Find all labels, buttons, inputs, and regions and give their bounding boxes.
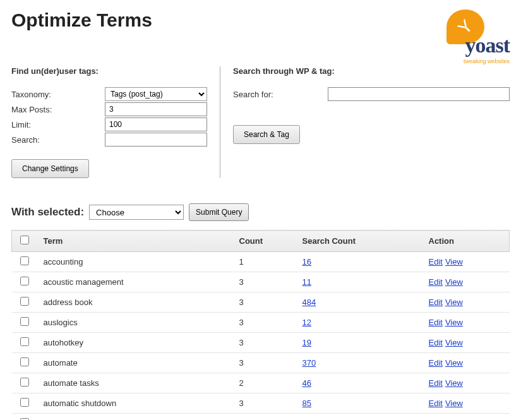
view-link[interactable]: View [445, 277, 463, 287]
table-row: acoustic management311EditView [12, 272, 510, 292]
search-input[interactable] [105, 133, 207, 147]
header-term: Term [37, 231, 233, 252]
edit-link[interactable]: Edit [429, 277, 443, 287]
count-cell: 2 [233, 373, 296, 393]
terms-table: Term Count Search Count Action accountin… [11, 230, 510, 420]
table-row: address book3484EditView [12, 292, 510, 313]
term-cell: automate tasks [37, 373, 233, 393]
taxonomy-select[interactable]: Tags (post_tag) [105, 87, 207, 101]
row-checkbox[interactable] [20, 378, 29, 387]
count-cell: 3 [233, 333, 296, 353]
header-action: Action [422, 231, 510, 252]
count-cell: 3 [233, 393, 296, 414]
edit-link[interactable]: Edit [429, 257, 443, 267]
term-cell: acoustic management [37, 272, 233, 292]
row-checkbox[interactable] [20, 317, 29, 326]
row-checkbox[interactable] [20, 357, 29, 366]
table-row: auslogics312EditView [12, 313, 510, 333]
term-cell: auslogics [37, 313, 233, 333]
page-title: Optimize Terms [11, 9, 152, 31]
term-cell: autohotkey [37, 333, 233, 353]
table-row: autohotkey319EditView [12, 333, 510, 353]
row-checkbox[interactable] [20, 398, 29, 407]
row-checkbox[interactable] [20, 297, 29, 306]
logo-tagline: tweaking websites [464, 58, 510, 64]
term-cell: babylon toolbar [37, 414, 233, 421]
limit-label: Limit: [11, 120, 105, 129]
view-link[interactable]: View [445, 318, 463, 327]
term-cell: automate [37, 353, 233, 373]
taxonomy-label: Taxonomy: [11, 90, 105, 99]
table-row: automate tasks246EditView [12, 373, 510, 393]
search-tag-panel: Search through WP & tag: Search for: Sea… [233, 66, 510, 178]
count-cell: 3 [233, 292, 296, 313]
yoast-logo: Y yoast tweaking websites [405, 9, 510, 66]
table-row: accounting116EditView [12, 252, 510, 272]
find-tags-title: Find un(der)user tags: [11, 66, 207, 76]
view-link[interactable]: View [445, 297, 463, 307]
search-count-link[interactable]: 85 [302, 399, 311, 408]
logo-name: yoast [465, 33, 510, 57]
change-settings-button[interactable]: Change Settings [11, 159, 89, 178]
search-label: Search: [11, 135, 105, 145]
table-row: automatic shutdown385EditView [12, 393, 510, 414]
view-link[interactable]: View [445, 358, 463, 368]
bulk-label: With selected: [11, 206, 84, 219]
count-cell: 3 [233, 272, 296, 292]
select-all-checkbox[interactable] [20, 236, 29, 244]
search-count-link[interactable]: 12 [302, 318, 311, 327]
edit-link[interactable]: Edit [429, 358, 443, 368]
max-posts-input[interactable] [105, 102, 207, 116]
row-checkbox[interactable] [20, 277, 29, 285]
limit-input[interactable] [105, 117, 207, 131]
find-tags-panel: Find un(der)user tags: Taxonomy: Tags (p… [11, 66, 207, 178]
table-row: babylon toolbar315EditView [12, 414, 510, 421]
view-link[interactable]: View [445, 257, 463, 267]
edit-link[interactable]: Edit [429, 399, 443, 408]
term-cell: accounting [37, 252, 233, 272]
edit-link[interactable]: Edit [429, 318, 443, 327]
row-checkbox[interactable] [20, 256, 29, 265]
count-cell: 3 [233, 414, 296, 421]
search-tag-button[interactable]: Search & Tag [233, 125, 300, 144]
edit-link[interactable]: Edit [429, 378, 443, 388]
table-row: automate3370EditView [12, 353, 510, 373]
search-tag-title: Search through WP & tag: [233, 66, 510, 76]
edit-link[interactable]: Edit [429, 338, 443, 347]
view-link[interactable]: View [445, 378, 463, 388]
max-posts-label: Max Posts: [11, 105, 105, 114]
term-cell: address book [37, 292, 233, 313]
search-count-link[interactable]: 19 [302, 338, 311, 347]
header-count: Count [233, 231, 296, 252]
bulk-action-select[interactable]: Choose [89, 205, 184, 220]
view-link[interactable]: View [445, 399, 463, 408]
search-count-link[interactable]: 46 [302, 378, 311, 388]
submit-query-button[interactable]: Submit Query [189, 203, 249, 221]
edit-link[interactable]: Edit [429, 297, 443, 307]
search-for-label: Search for: [233, 90, 328, 99]
view-link[interactable]: View [445, 338, 463, 347]
search-count-link[interactable]: 16 [302, 257, 311, 267]
row-checkbox[interactable] [20, 337, 29, 346]
count-cell: 3 [233, 313, 296, 333]
header-search-count: Search Count [296, 231, 422, 252]
count-cell: 1 [233, 252, 296, 272]
count-cell: 3 [233, 353, 296, 373]
panel-divider [220, 66, 220, 178]
search-count-link[interactable]: 11 [302, 277, 311, 287]
search-for-input[interactable] [328, 87, 510, 101]
term-cell: automatic shutdown [37, 393, 233, 414]
search-count-link[interactable]: 484 [302, 297, 316, 307]
search-count-link[interactable]: 370 [302, 358, 316, 368]
